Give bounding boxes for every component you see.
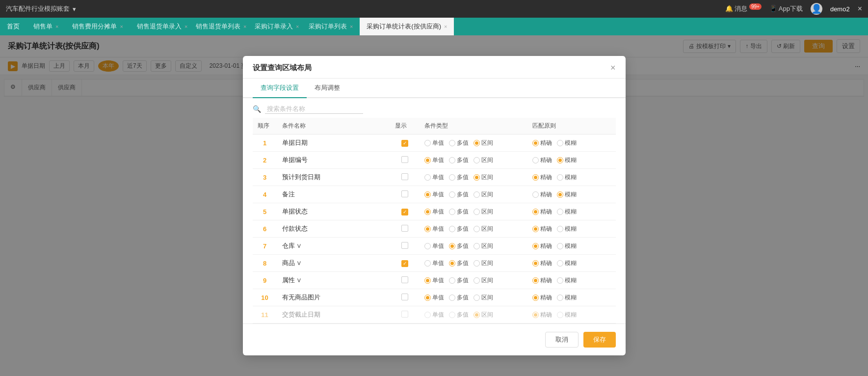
radio-match-match_fuzzy[interactable]: 模糊 [557, 242, 577, 250]
checkbox[interactable] [401, 173, 408, 180]
tab-po-entry[interactable]: 采购订单录入 × [248, 18, 302, 35]
radio-type-type_single[interactable]: 单值 [424, 208, 444, 216]
radio-match-match_exact[interactable]: 精确 [532, 173, 552, 182]
row-display-checkbox[interactable] [390, 169, 420, 186]
row-display-checkbox[interactable] [390, 203, 420, 220]
radio-match-match_exact[interactable]: 精确 [532, 242, 552, 250]
radio-type-type_range[interactable]: 区间 [473, 139, 493, 147]
radio-type-type_range[interactable]: 区间 [473, 190, 493, 199]
row-display-checkbox[interactable] [390, 220, 420, 238]
radio-type-type_multi[interactable]: 多值 [449, 208, 469, 216]
checkbox[interactable] [401, 209, 408, 215]
modal-close-button[interactable]: × [610, 63, 616, 73]
radio-type-type_single[interactable]: 单值 [424, 156, 444, 164]
radio-type-type_multi[interactable]: 多值 [449, 294, 469, 302]
row-display-checkbox[interactable] [390, 289, 420, 306]
checkbox[interactable] [401, 260, 408, 267]
radio-match-match_fuzzy[interactable]: 模糊 [557, 294, 577, 302]
checkbox[interactable] [401, 311, 408, 318]
modal-tab-layout[interactable]: 布局调整 [307, 79, 348, 98]
modal-search-input[interactable] [265, 104, 363, 114]
row-display-checkbox[interactable] [390, 272, 420, 289]
radio-match-match_exact[interactable]: 精确 [532, 225, 552, 233]
checkbox[interactable] [401, 140, 408, 147]
close-button[interactable]: × [858, 4, 862, 13]
tab-sales-expense[interactable]: 销售费用分摊单 × [65, 18, 130, 35]
radio-match-match_exact[interactable]: 精确 [532, 294, 552, 302]
radio-type-type_multi[interactable]: 多值 [449, 311, 469, 319]
row-display-checkbox[interactable] [390, 134, 420, 152]
radio-type-type_single[interactable]: 单值 [424, 225, 444, 233]
notification-area[interactable]: 🔔 消息 99+ [725, 4, 762, 13]
checkbox[interactable] [401, 294, 408, 300]
radio-type-type_multi[interactable]: 多值 [449, 259, 469, 268]
radio-match-match_fuzzy[interactable]: 模糊 [557, 156, 577, 164]
tab-sales-order[interactable]: 销售单 × [26, 18, 65, 35]
radio-match-match_exact[interactable]: 精确 [532, 311, 552, 319]
tab-sales-return-list[interactable]: 销售退货单列表 × [189, 18, 248, 35]
tab-po-stats-close[interactable]: × [444, 24, 447, 29]
row-display-checkbox[interactable] [390, 152, 420, 169]
radio-match-match_fuzzy[interactable]: 模糊 [557, 208, 577, 216]
radio-match-match_fuzzy[interactable]: 模糊 [557, 139, 577, 147]
modal-tab-query-fields[interactable]: 查询字段设置 [253, 79, 307, 98]
tab-sales-order-close[interactable]: × [55, 24, 58, 29]
radio-match-match_exact[interactable]: 精确 [532, 276, 552, 285]
tab-sales-return-entry[interactable]: 销售退货单录入 × [130, 18, 189, 35]
radio-type-type_multi[interactable]: 多值 [449, 190, 469, 199]
radio-type-type_single[interactable]: 单值 [424, 242, 444, 250]
radio-type-type_single[interactable]: 单值 [424, 190, 444, 199]
row-display-checkbox[interactable] [390, 306, 420, 323]
radio-type-type_multi[interactable]: 多值 [449, 139, 469, 147]
radio-match-match_fuzzy[interactable]: 模糊 [557, 276, 577, 285]
checkbox[interactable] [401, 156, 408, 163]
tab-po-list-close[interactable]: × [350, 24, 353, 29]
radio-match-match_exact[interactable]: 精确 [532, 190, 552, 199]
radio-type-type_multi[interactable]: 多值 [449, 173, 469, 182]
tab-po-entry-close[interactable]: × [296, 24, 299, 29]
radio-type-type_range[interactable]: 区间 [473, 276, 493, 285]
tab-sales-return-entry-close[interactable]: × [184, 24, 187, 29]
radio-type-type_range[interactable]: 区间 [473, 225, 493, 233]
save-button[interactable]: 保存 [583, 332, 616, 348]
checkbox[interactable] [401, 242, 408, 249]
row-display-checkbox[interactable] [390, 238, 420, 255]
radio-type-type_single[interactable]: 单值 [424, 276, 444, 285]
tab-home[interactable]: 首页 [0, 18, 26, 35]
radio-type-type_range[interactable]: 区间 [473, 242, 493, 250]
radio-type-type_range[interactable]: 区间 [473, 208, 493, 216]
radio-match-match_fuzzy[interactable]: 模糊 [557, 311, 577, 319]
app-download-area[interactable]: 📱 App下载 [769, 4, 803, 13]
radio-type-type_single[interactable]: 单值 [424, 259, 444, 268]
radio-type-type_multi[interactable]: 多值 [449, 225, 469, 233]
radio-match-match_exact[interactable]: 精确 [532, 208, 552, 216]
radio-type-type_single[interactable]: 单值 [424, 294, 444, 302]
row-display-checkbox[interactable] [390, 186, 420, 203]
radio-type-type_multi[interactable]: 多值 [449, 276, 469, 285]
radio-type-type_single[interactable]: 单值 [424, 139, 444, 147]
radio-type-type_multi[interactable]: 多值 [449, 242, 469, 250]
tab-po-stats[interactable]: 采购订单统计表(按供应商) × [360, 18, 454, 35]
checkbox[interactable] [401, 190, 408, 197]
radio-type-type_range[interactable]: 区间 [473, 259, 493, 268]
checkbox[interactable] [401, 276, 408, 283]
username[interactable]: demo2 [830, 5, 850, 13]
tab-sales-return-list-close[interactable]: × [243, 24, 246, 29]
checkbox[interactable] [401, 225, 408, 232]
radio-match-match_fuzzy[interactable]: 模糊 [557, 259, 577, 268]
radio-type-type_range[interactable]: 区间 [473, 311, 493, 319]
tab-sales-expense-close[interactable]: × [120, 24, 123, 29]
user-avatar[interactable]: 👤 [811, 3, 822, 15]
radio-type-type_multi[interactable]: 多值 [449, 156, 469, 164]
radio-match-match_exact[interactable]: 精确 [532, 259, 552, 268]
radio-match-match_fuzzy[interactable]: 模糊 [557, 225, 577, 233]
row-display-checkbox[interactable] [390, 255, 420, 272]
radio-type-type_single[interactable]: 单值 [424, 311, 444, 319]
tab-po-list[interactable]: 采购订单列表 × [302, 18, 360, 35]
radio-type-type_single[interactable]: 单值 [424, 173, 444, 182]
radio-match-match_exact[interactable]: 精确 [532, 139, 552, 147]
radio-match-match_fuzzy[interactable]: 模糊 [557, 173, 577, 182]
radio-type-type_range[interactable]: 区间 [473, 156, 493, 164]
cancel-button[interactable]: 取消 [545, 332, 579, 348]
radio-type-type_range[interactable]: 区间 [473, 173, 493, 182]
